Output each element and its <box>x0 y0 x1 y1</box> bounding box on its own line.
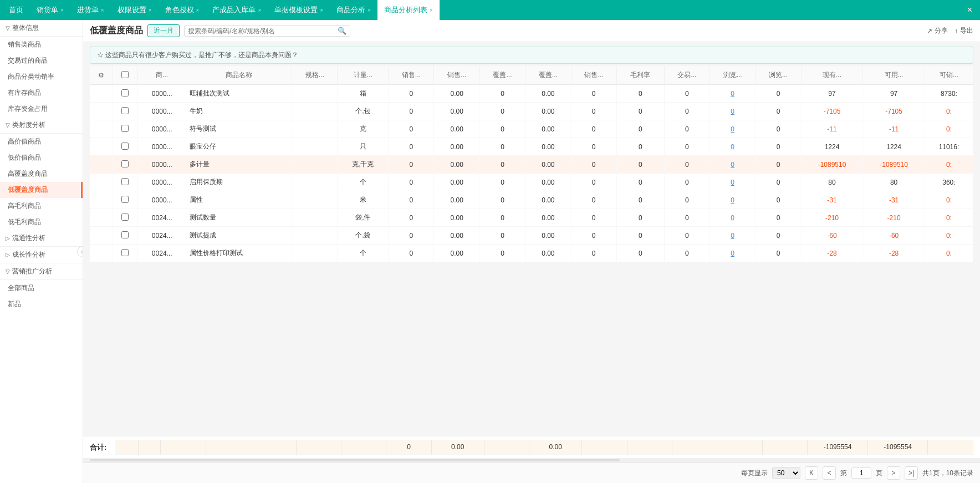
row-gear <box>90 245 113 262</box>
row-current-stock: -1089510 <box>801 156 863 174</box>
close-icon[interactable]: × <box>368 7 371 13</box>
goods-table: ⚙ 商... 商品名称 规格... 计量... 销售... 销售... 覆盖..… <box>90 66 973 262</box>
row-browse1[interactable]: 0 <box>710 191 756 209</box>
row-cover2: 0.00 <box>525 156 571 174</box>
filter-recent-month-button[interactable]: 近一月 <box>147 24 180 37</box>
export-button[interactable]: ↑ 导出 <box>955 26 973 35</box>
per-page-select[interactable]: 50 100 200 <box>772 467 800 479</box>
row-sales3: 0 <box>571 245 616 262</box>
close-icon[interactable]: × <box>101 7 104 13</box>
row-browse1[interactable]: 0 <box>710 85 756 103</box>
sidebar-item-stock-capital[interactable]: 库存资金占用 <box>0 101 83 117</box>
sidebar-item-high-margin[interactable]: 高毛利商品 <box>0 198 83 214</box>
row-select-checkbox[interactable] <box>121 178 129 185</box>
row-select-checkbox[interactable] <box>121 125 129 132</box>
close-icon[interactable]: × <box>60 7 64 13</box>
sidebar-item-new-goods[interactable]: 新品 <box>0 296 83 312</box>
sidebar-section-liquidity[interactable]: ▷ 流通性分析 <box>0 230 83 247</box>
row-select-checkbox[interactable] <box>121 249 129 256</box>
row-select-checkbox[interactable] <box>121 160 129 167</box>
table-container[interactable]: ⚙ 商... 商品名称 规格... 计量... 销售... 销售... 覆盖..… <box>83 66 980 436</box>
row-browse1[interactable]: 0 <box>710 245 756 262</box>
close-icon[interactable]: × <box>149 7 152 13</box>
row-cover2: 0.00 <box>525 120 571 138</box>
row-browse1[interactable]: 0 <box>710 120 756 138</box>
row-checkbox[interactable] <box>113 245 138 262</box>
sidebar-section-growth[interactable]: ▷ 成长性分析 <box>0 247 83 263</box>
sidebar-item-all-goods[interactable]: 全部商品 <box>0 280 83 296</box>
share-icon: ↗ <box>927 27 932 35</box>
row-browse1[interactable]: 0 <box>710 156 756 174</box>
row-browse1[interactable]: 0 <box>710 174 756 191</box>
next-page-button[interactable]: > <box>887 466 900 480</box>
nav-tab-purchase[interactable]: 进货单 × <box>70 0 111 20</box>
first-page-button[interactable]: K <box>805 466 818 480</box>
row-cover2: 0.00 <box>525 103 571 120</box>
sidebar-item-low-value[interactable]: 低价值商品 <box>0 150 83 166</box>
nav-tab-products[interactable]: 产成品入库单 × <box>206 0 268 20</box>
row-select-checkbox[interactable] <box>121 143 129 150</box>
row-checkbox[interactable] <box>113 191 138 209</box>
prev-page-button[interactable]: < <box>823 466 836 480</box>
row-name: 符号测试 <box>186 120 292 138</box>
row-checkbox[interactable] <box>113 138 138 156</box>
sidebar-section-coverage[interactable]: ▽ 类射度分析 <box>0 117 83 134</box>
row-checkbox[interactable] <box>113 103 138 120</box>
sidebar-item-high-coverage[interactable]: 高覆盖度商品 <box>0 166 83 182</box>
row-browse1[interactable]: 0 <box>710 103 756 120</box>
last-page-button[interactable]: >| <box>905 466 918 480</box>
sidebar-item-low-coverage[interactable]: 低覆盖度商品 <box>0 182 83 198</box>
sidebar-item-category-rate[interactable]: 商品分类动销率 <box>0 69 83 85</box>
search-input[interactable] <box>188 27 338 35</box>
sidebar-item-sales-goods[interactable]: 销售类商品 <box>0 37 83 53</box>
row-browse1[interactable]: 0 <box>710 209 756 227</box>
sidebar-item-low-margin[interactable]: 低毛利商品 <box>0 214 83 230</box>
row-browse1[interactable]: 0 <box>710 227 756 245</box>
sidebar-item-traded-goods[interactable]: 交易过的商品 <box>0 53 83 69</box>
row-select-checkbox[interactable] <box>121 107 129 114</box>
row-select-checkbox[interactable] <box>121 196 129 203</box>
row-select-checkbox[interactable] <box>121 231 129 238</box>
share-button[interactable]: ↗ 分享 <box>927 26 948 35</box>
row-select-checkbox[interactable] <box>121 213 129 221</box>
close-icon[interactable]: × <box>430 7 433 13</box>
nav-tab-sales[interactable]: 销货单 × <box>30 0 70 20</box>
row-code: 0024... <box>138 227 186 245</box>
nav-tab-templates[interactable]: 单据模板设置 × <box>268 0 330 20</box>
page-number-input[interactable] <box>851 467 871 479</box>
nav-tab-permissions[interactable]: 权限设置 × <box>111 0 159 20</box>
row-code: 0000... <box>138 85 186 103</box>
col-gear[interactable]: ⚙ <box>90 66 113 85</box>
nav-tab-roles[interactable]: 角色授权 × <box>159 0 206 20</box>
search-icon[interactable]: 🔍 <box>338 27 346 35</box>
export-icon: ↑ <box>955 27 958 35</box>
row-select-checkbox[interactable] <box>121 89 129 96</box>
sidebar-section-overall[interactable]: ▽ 整体信息 <box>0 20 83 37</box>
nav-tab-home[interactable]: 首页 <box>2 0 30 20</box>
row-trade: 0 <box>664 245 710 262</box>
row-sales-amt: 0.00 <box>434 174 479 191</box>
row-gross-margin: 0 <box>616 245 664 262</box>
gear-icon[interactable]: ⚙ <box>98 72 104 79</box>
sidebar-item-stock-goods[interactable]: 有库存商品 <box>0 85 83 101</box>
close-all-button[interactable]: × <box>962 5 978 15</box>
close-icon[interactable]: × <box>258 7 261 13</box>
row-checkbox[interactable] <box>113 227 138 245</box>
sidebar-section-marketing[interactable]: ▽ 营销推广分析 <box>0 263 83 280</box>
row-checkbox[interactable] <box>113 85 138 103</box>
sidebar-item-high-value[interactable]: 高价值商品 <box>0 134 83 150</box>
row-browse2: 0 <box>756 191 801 209</box>
row-checkbox[interactable] <box>113 174 138 191</box>
nav-tab-analysis[interactable]: 商品分析 × <box>330 0 377 20</box>
close-icon[interactable]: × <box>196 7 200 13</box>
nav-tab-analysis-list[interactable]: 商品分析列表 × <box>377 0 440 20</box>
row-browse1[interactable]: 0 <box>710 138 756 156</box>
row-checkbox[interactable] <box>113 209 138 227</box>
row-checkbox[interactable] <box>113 120 138 138</box>
row-checkbox[interactable] <box>113 156 138 174</box>
close-icon[interactable]: × <box>320 7 323 13</box>
col-checkbox[interactable] <box>113 66 138 85</box>
col-sales3: 销售... <box>571 66 616 85</box>
row-sales-qty: 0 <box>389 209 434 227</box>
select-all-checkbox[interactable] <box>121 71 129 78</box>
